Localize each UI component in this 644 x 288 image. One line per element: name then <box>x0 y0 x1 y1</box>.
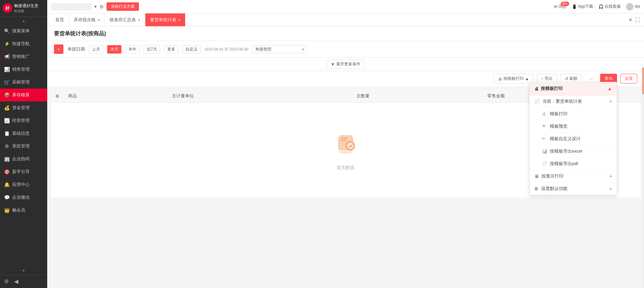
more-actions-btn[interactable]: ··· <box>585 75 597 83</box>
sidebar-item-sales[interactable]: 📊 销售管理 <box>0 63 47 76</box>
sidebar-scroll-down[interactable]: ▼ <box>0 267 47 275</box>
table-col-settings[interactable]: ⚙ <box>51 90 64 103</box>
tab-home-label: 首页 <box>55 17 64 23</box>
date-prev-month-btn[interactable]: 上月 <box>89 45 103 54</box>
sidebar-item-search[interactable]: 🔍 搜索菜单 <box>0 25 47 37</box>
sales-icon: 📊 <box>4 67 9 72</box>
enterprise-icon: 🏢 <box>4 156 9 162</box>
online-service-btn[interactable]: 🎧 在线客服 <box>598 4 621 9</box>
sidebar-item-label: 应用中心 <box>12 182 30 188</box>
settings-footer-btn[interactable]: ⚙ <box>4 278 9 285</box>
svg-point-4 <box>347 142 354 149</box>
print-icon: 🖨 <box>498 76 502 81</box>
print-btn-label: 按模板打印 <box>503 76 524 82</box>
topbar-gear-btn[interactable]: ⚙ <box>99 4 104 9</box>
set-default-left: ⚙ 设置默认功能 <box>534 186 567 192</box>
app-logo-icon: 好 <box>3 3 12 13</box>
sidebar-item-appstore[interactable]: 🔔 应用中心 <box>0 178 47 191</box>
basic-icon: 📋 <box>4 131 9 136</box>
messages-btn[interactable]: ✉ 消息 99+ <box>554 4 566 9</box>
experience-btn[interactable]: 体验行业方案 <box>107 2 139 11</box>
expand-more-label: 展开更多条件 <box>336 61 360 67</box>
expand-more-btn[interactable]: ▼ 展开更多条件 <box>326 60 365 69</box>
tab-home[interactable]: 首页 <box>51 13 69 26</box>
order-type-select[interactable]: 单据类型 <box>252 45 306 53</box>
dropdown-template-custom[interactable]: ✏ 模板自定义设计 <box>530 133 617 145</box>
dropdown-set-default[interactable]: ⚙ 设置默认功能 ▾ <box>530 183 617 195</box>
system-icon: ⚙ <box>4 143 9 149</box>
current-template-icon: 📄 <box>534 99 540 104</box>
tab-inventory-batch-close[interactable]: × <box>98 18 100 22</box>
template-print-label: 模板打印 <box>550 111 567 117</box>
template-pdf-icon: 📄 <box>542 161 547 166</box>
print-btn[interactable]: 🖨 按模板打印 ▲ <box>494 74 533 84</box>
sidebar-item-marketing[interactable]: 📢 营销推广 <box>0 50 47 63</box>
messages-badge: 99+ <box>561 2 569 6</box>
sidebar-item-label: 销售管理 <box>12 66 30 72</box>
sidebar-item-label: 系统管理 <box>12 143 30 149</box>
display-print-label: 按显示打印 <box>541 173 563 179</box>
collapse-sidebar-btn[interactable]: ◀ <box>14 278 18 285</box>
filter-expand-btn[interactable]: » <box>54 44 63 54</box>
sidebar-scroll-up[interactable]: ▲ <box>0 17 47 25</box>
sidebar-item-shortcut[interactable]: ⚡ 快捷导航 <box>0 37 47 50</box>
inventory-icon: 📦 <box>4 92 9 98</box>
dropdown-menu: 🖨 按模板打印 ▲ 📄 当前：要货单统计表 ▾ 🖨 模板打印 <box>529 82 617 195</box>
tab-inventory-batch[interactable]: 库存批次账 × <box>69 13 105 26</box>
date-current-year-btn[interactable]: 本年 <box>125 45 140 54</box>
expand-icon: » <box>58 47 60 52</box>
sidebar-item-finance[interactable]: 💰 资金管理 <box>0 101 47 114</box>
sidebar: 好 畅捷通好生意 标准版 ▲ 🔍 搜索菜单 ⚡ 快捷导航 📢 营销推广 📊 销售… <box>0 0 47 288</box>
template-preview-icon: 👁 <box>542 124 547 129</box>
app-download-btn[interactable]: 📱 App下载 <box>572 4 593 9</box>
tabbar-actions: ✕ ⛶ <box>628 17 644 23</box>
dropdown-template-export-pdf[interactable]: 📄 按模板导出pdf <box>530 158 617 170</box>
sidebar-item-purchase[interactable]: 🛒 采购管理 <box>0 76 47 89</box>
tab-order-stats-close[interactable]: × <box>178 18 180 22</box>
tab-expand-btn[interactable]: ⛶ <box>635 17 640 23</box>
dropdown-collapse-btn[interactable]: ▲ <box>607 86 612 91</box>
dropdown-template-print[interactable]: 🖨 模板打印 <box>530 108 617 120</box>
sidebar-item-newbie[interactable]: 🎯 新手引导 <box>0 165 47 178</box>
appstore-icon: 🔔 <box>4 182 9 187</box>
sidebar-item-label: 基础信息 <box>12 130 30 136</box>
sidebar-item-enterprise[interactable]: 🏢 企业协同 <box>0 153 47 165</box>
sidebar-item-member[interactable]: 👑 畅会员 <box>0 204 47 217</box>
tab-close-all-btn[interactable]: ✕ <box>628 17 633 23</box>
sidebar-item-operation[interactable]: 📈 经营管理 <box>0 114 47 127</box>
search-icon: 🔍 <box>4 28 9 34</box>
date-more-btn[interactable]: 更多 <box>164 45 178 54</box>
right-scrollbar[interactable] <box>642 67 644 288</box>
user-menu-btn[interactable]: Rit <box>626 3 640 10</box>
settings-btn[interactable]: 设置 <box>620 74 637 84</box>
tab-collection-summary[interactable]: 收发存汇总表 × <box>105 13 145 26</box>
set-default-label: 设置默认功能 <box>541 186 567 192</box>
template-export-pdf-label: 按模板导出pdf <box>550 161 578 167</box>
table-col-unit: 主计量单位 <box>168 90 352 103</box>
sidebar-item-system[interactable]: ⚙ 系统管理 <box>0 140 47 153</box>
tab-collection-summary-close[interactable]: × <box>138 18 140 22</box>
date-last-7-days-btn[interactable]: 近7天 <box>144 45 160 54</box>
topbar-search-input[interactable] <box>51 3 92 10</box>
export-icon: ↑ <box>541 76 543 81</box>
dropdown-current-item[interactable]: 📄 当前：要货单统计表 ▾ <box>530 95 617 108</box>
message-icon: ✉ <box>554 4 557 9</box>
scrollbar-thumb[interactable] <box>642 67 644 94</box>
dropdown-template-preview[interactable]: 👁 模板预览 <box>530 120 617 133</box>
sidebar-item-inventory[interactable]: 📦 库存核算 <box>0 89 47 101</box>
app-name: 畅捷通好生意 <box>14 3 38 9</box>
date-current-month-btn[interactable]: 本月 <box>107 45 121 54</box>
template-preview-label: 模板预览 <box>550 123 567 129</box>
sidebar-item-wechat[interactable]: 💬 企业微信 <box>0 191 47 204</box>
app-download-label: App下载 <box>578 4 593 9</box>
dropdown-display-print[interactable]: 🖥 按显示打印 ▾ <box>530 170 617 183</box>
online-service-label: 在线客服 <box>605 4 621 9</box>
app-logo-text: 畅捷通好生意 标准版 <box>14 3 38 13</box>
tab-order-stats[interactable]: 要货单统计表 × <box>145 13 185 26</box>
dropdown-template-export-excel[interactable]: 📊 按模板导出excel <box>530 145 617 158</box>
dropdown-current-left: 📄 当前：要货单统计表 <box>534 98 582 104</box>
topbar-dropdown-btn[interactable]: ▾ <box>94 4 97 9</box>
user-avatar <box>626 3 634 10</box>
date-custom-btn[interactable]: 自定义 <box>182 45 201 54</box>
sidebar-item-basic[interactable]: 📋 基础信息 <box>0 127 47 140</box>
